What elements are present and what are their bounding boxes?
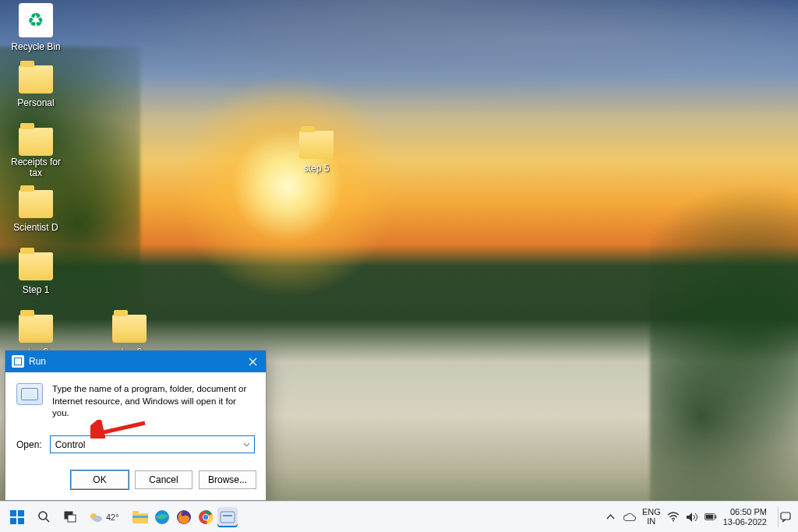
folder-icon bbox=[19, 190, 53, 218]
battery-tray[interactable] bbox=[704, 511, 717, 523]
desktop-icon-label: Receipts for tax bbox=[6, 157, 65, 179]
dropdown-button[interactable] bbox=[238, 436, 254, 453]
wifi-icon bbox=[667, 512, 680, 522]
close-button[interactable] bbox=[239, 351, 266, 372]
clock[interactable]: 06:50 PM 13-06-2022 bbox=[723, 507, 768, 527]
svg-rect-25 bbox=[781, 513, 790, 520]
svg-rect-1 bbox=[10, 510, 16, 516]
edge-pin[interactable] bbox=[152, 507, 172, 527]
start-button[interactable] bbox=[6, 506, 28, 528]
desktop-icon-label: Scientist D bbox=[13, 223, 58, 234]
weather-temp: 42° bbox=[106, 513, 119, 522]
run-dialog: Run Type the name of a program, folder, … bbox=[5, 350, 267, 501]
onedrive-tray[interactable] bbox=[623, 511, 636, 523]
desktop-icon-label: step 5 bbox=[304, 164, 330, 174]
firefox-pin[interactable] bbox=[174, 507, 194, 527]
run-pin-icon bbox=[220, 511, 235, 523]
file-explorer-icon bbox=[132, 511, 148, 523]
volume-tray[interactable] bbox=[686, 511, 698, 523]
weather-icon bbox=[89, 510, 103, 524]
cancel-button[interactable]: Cancel bbox=[135, 470, 192, 489]
chevron-up-icon bbox=[606, 514, 615, 520]
taskbar: 42° ENG bbox=[0, 501, 798, 532]
run-title: Run bbox=[29, 356, 239, 367]
notifications-button[interactable] bbox=[778, 507, 792, 527]
desktop-icon-label: Step 1 bbox=[23, 285, 50, 296]
task-view-icon bbox=[64, 511, 77, 523]
chrome-icon bbox=[198, 509, 214, 525]
search-icon bbox=[37, 510, 51, 523]
folder-scientist-d[interactable]: Scientist D bbox=[6, 190, 65, 234]
cloud-icon bbox=[623, 513, 636, 522]
svg-point-18 bbox=[203, 514, 207, 519]
folder-receipts[interactable]: Receipts for tax bbox=[6, 128, 65, 179]
weather-widget[interactable]: 42° bbox=[86, 510, 122, 524]
notification-icon bbox=[780, 512, 791, 523]
date-text: 13-06-2022 bbox=[723, 517, 767, 527]
svg-rect-23 bbox=[715, 516, 716, 519]
folder-icon bbox=[19, 65, 53, 93]
firefox-icon bbox=[176, 509, 192, 525]
svg-rect-12 bbox=[132, 511, 139, 515]
folder-icon bbox=[299, 131, 334, 159]
svg-point-5 bbox=[39, 512, 47, 520]
open-combobox[interactable] bbox=[50, 435, 255, 453]
svg-point-10 bbox=[93, 516, 102, 522]
svg-rect-2 bbox=[18, 510, 24, 516]
run-dialog-icon bbox=[12, 355, 24, 368]
time-text: 06:50 PM bbox=[723, 507, 767, 517]
run-app-icon bbox=[16, 383, 43, 405]
windows-logo-icon bbox=[9, 509, 25, 525]
folder-step-1[interactable]: Step 1 bbox=[6, 252, 65, 296]
recycle-bin-icon: ♻ bbox=[19, 3, 53, 37]
folder-icon bbox=[112, 315, 147, 343]
svg-rect-4 bbox=[18, 518, 24, 524]
open-input[interactable] bbox=[51, 436, 238, 453]
svg-rect-8 bbox=[68, 515, 76, 522]
folder-icon bbox=[19, 252, 53, 280]
speaker-icon bbox=[686, 512, 697, 523]
svg-rect-3 bbox=[10, 518, 16, 524]
search-button[interactable] bbox=[33, 506, 55, 528]
run-description: Type the name of a program, folder, docu… bbox=[52, 383, 255, 420]
file-explorer-pin[interactable] bbox=[130, 507, 150, 527]
ok-button[interactable]: OK bbox=[71, 470, 129, 489]
folder-icon bbox=[19, 128, 53, 156]
desktop-icon-label: Personal bbox=[17, 98, 54, 109]
folder-personal[interactable]: Personal bbox=[6, 65, 65, 109]
wifi-tray[interactable] bbox=[667, 511, 680, 523]
svg-rect-13 bbox=[132, 516, 148, 518]
close-icon bbox=[249, 358, 257, 366]
recycle-bin[interactable]: ♻Recycle Bin bbox=[6, 3, 65, 53]
svg-rect-20 bbox=[223, 515, 232, 516]
folder-icon bbox=[19, 315, 53, 343]
svg-rect-19 bbox=[221, 512, 235, 523]
task-view-button[interactable] bbox=[59, 506, 81, 528]
language-indicator[interactable]: ENG IN bbox=[642, 508, 661, 526]
browse-button[interactable]: Browse... bbox=[199, 470, 256, 489]
chrome-pin[interactable] bbox=[196, 507, 216, 527]
chevron-down-icon bbox=[243, 442, 250, 447]
edge-icon bbox=[154, 509, 170, 525]
open-label: Open: bbox=[16, 439, 42, 450]
desktop-icon-label: Recycle Bin bbox=[11, 42, 60, 53]
svg-rect-24 bbox=[705, 515, 713, 520]
svg-point-21 bbox=[673, 520, 674, 522]
run-titlebar[interactable]: Run bbox=[5, 351, 266, 372]
folder-step-5[interactable]: step 5 bbox=[287, 131, 346, 174]
tray-overflow-button[interactable] bbox=[605, 511, 617, 523]
svg-line-6 bbox=[46, 519, 49, 522]
battery-icon bbox=[704, 513, 717, 521]
run-dialog-pin[interactable] bbox=[217, 507, 238, 527]
